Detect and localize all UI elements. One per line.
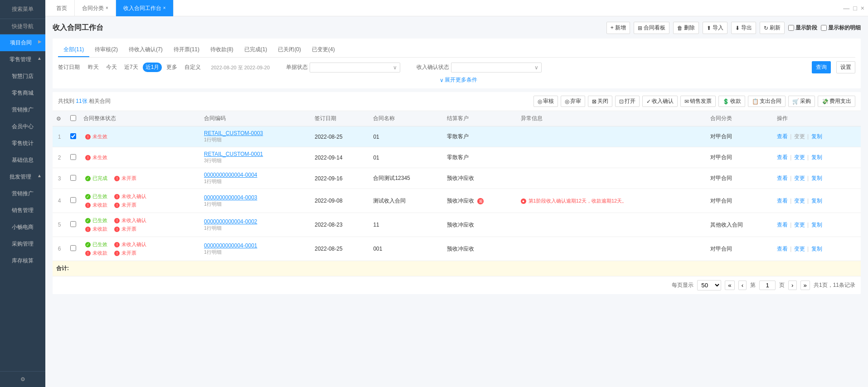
expense-out-button[interactable]: 💸 费用支出 bbox=[818, 96, 855, 107]
income-confirm-button[interactable]: ✓ 收入确认 bbox=[642, 96, 678, 107]
view-btn-4[interactable]: 查看 bbox=[777, 198, 788, 204]
status-tab-pending-review[interactable]: 待审核(2) bbox=[89, 43, 123, 57]
sidebar-item-basic-info[interactable]: 基础信息 bbox=[0, 152, 45, 169]
sidebar-item-retail-mgmt[interactable]: 零售管理 ▲ bbox=[0, 51, 45, 68]
sidebar-item-marketing1[interactable]: 营销推广 bbox=[0, 102, 45, 118]
change-btn-3[interactable]: 变更 bbox=[794, 175, 805, 181]
new-button[interactable]: + 新增 bbox=[606, 22, 630, 34]
tab-income-contract-close[interactable]: × bbox=[163, 0, 166, 16]
status-tab-pending-invoice[interactable]: 待开票(11) bbox=[168, 43, 205, 57]
expense-contract-button[interactable]: 📋 支出合同 bbox=[748, 96, 786, 107]
row-checkbox-6[interactable] bbox=[66, 237, 80, 261]
code-link-5[interactable]: 0000000000004-0002 bbox=[204, 218, 257, 225]
export-button[interactable]: ⬇ 导出 bbox=[731, 22, 756, 34]
copy-btn-1[interactable]: 复制 bbox=[811, 133, 822, 140]
tab-contract-category[interactable]: 合同分类 × bbox=[75, 0, 116, 16]
status-tab-all[interactable]: 全部(11) bbox=[58, 43, 89, 57]
row-checkbox-1[interactable] bbox=[66, 126, 80, 147]
code-link-2[interactable]: RETAIL_CUSTOM-0001 bbox=[204, 151, 263, 157]
open-contract-button[interactable]: ⊡ 打开 bbox=[615, 96, 640, 107]
select-all-checkbox[interactable] bbox=[70, 115, 76, 121]
change-btn-2[interactable]: 变更 bbox=[794, 154, 805, 160]
window-close-icon[interactable]: × bbox=[861, 5, 864, 12]
copy-btn-4[interactable]: 复制 bbox=[811, 198, 822, 204]
change-btn-6[interactable]: 变更 bbox=[794, 246, 805, 252]
row-checkbox-4[interactable] bbox=[66, 189, 80, 213]
code-link-1[interactable]: RETAIL_CUSTOM-0003 bbox=[204, 130, 263, 136]
status-tab-completed[interactable]: 已完成(1) bbox=[239, 43, 273, 57]
copy-btn-3[interactable]: 复制 bbox=[811, 175, 822, 181]
view-btn-1[interactable]: 查看 bbox=[777, 133, 788, 140]
contract-board-button[interactable]: ⊞ 合同看板 bbox=[634, 22, 669, 34]
show-detail-checkbox-label[interactable]: 显示标的明细 bbox=[821, 24, 861, 32]
code-link-4[interactable]: 0000000000004-0003 bbox=[204, 194, 257, 201]
sidebar-item-marketing2[interactable]: 营销推广 bbox=[0, 185, 45, 202]
sidebar-item-wholesale-mgmt[interactable]: 批发管理 ▲ bbox=[0, 169, 45, 185]
show-stage-checkbox[interactable] bbox=[788, 25, 794, 31]
change-btn-5[interactable]: 变更 bbox=[794, 222, 805, 228]
tab-income-contract[interactable]: 收入合同工作台 × bbox=[116, 0, 174, 16]
abandon-review-button[interactable]: ◎ 弃审 bbox=[561, 96, 585, 107]
sidebar-search[interactable]: 搜索菜单 bbox=[0, 0, 45, 19]
code-link-6[interactable]: 0000000000004-0001 bbox=[204, 242, 257, 249]
date-shortcut-custom[interactable]: 自定义 bbox=[182, 63, 204, 72]
maximize-icon[interactable]: □ bbox=[853, 5, 857, 12]
status-tab-pending-receipt[interactable]: 待收款(8) bbox=[205, 43, 239, 57]
first-page-btn[interactable]: « bbox=[725, 281, 734, 290]
delete-button[interactable]: 🗑 删除 bbox=[673, 22, 699, 34]
doc-status-select[interactable]: ∨ bbox=[310, 63, 400, 73]
show-stage-checkbox-label[interactable]: 显示阶段 bbox=[788, 24, 817, 32]
copy-btn-5[interactable]: 复制 bbox=[811, 222, 822, 228]
sales-invoice-button[interactable]: ✉ 销售发票 bbox=[680, 96, 716, 107]
view-btn-6[interactable]: 查看 bbox=[777, 246, 788, 252]
confirm-status-select[interactable]: ∨ bbox=[451, 63, 542, 73]
tab-home[interactable]: 首页 bbox=[49, 0, 75, 16]
review-button[interactable]: ◎ 审核 bbox=[533, 96, 558, 107]
purchase-button[interactable]: 🛒 采购 bbox=[788, 96, 815, 107]
current-page-input[interactable] bbox=[759, 281, 776, 290]
date-shortcut-today[interactable]: 今天 bbox=[103, 63, 120, 72]
sidebar-item-smart-store[interactable]: 智慧门店 bbox=[0, 68, 45, 85]
receipt-button[interactable]: 💲 收款 bbox=[718, 96, 745, 107]
date-shortcut-yesterday[interactable]: 昨天 bbox=[85, 63, 102, 72]
show-detail-checkbox[interactable] bbox=[821, 25, 827, 31]
page-size-select[interactable]: 50 100 200 bbox=[697, 280, 721, 290]
row-checkbox-3[interactable] bbox=[66, 168, 80, 189]
change-btn-4[interactable]: 变更 bbox=[794, 198, 805, 204]
view-btn-2[interactable]: 查看 bbox=[777, 154, 788, 160]
sidebar-item-inventory[interactable]: 库存核算 bbox=[0, 252, 45, 269]
sidebar-item-retail-stats[interactable]: 零售统计 bbox=[0, 135, 45, 152]
query-button[interactable]: 查询 bbox=[812, 61, 831, 73]
date-shortcut-more[interactable]: 更多 bbox=[164, 63, 180, 72]
next-page-btn[interactable]: › bbox=[788, 281, 796, 290]
sidebar-item-sales-mgmt[interactable]: 销售管理 bbox=[0, 202, 45, 219]
view-btn-5[interactable]: 查看 bbox=[777, 222, 788, 228]
settings-button[interactable]: 设置 bbox=[836, 61, 855, 73]
sidebar-item-purchase-mgmt[interactable]: 采购管理 bbox=[0, 236, 45, 252]
last-page-btn[interactable]: » bbox=[800, 281, 810, 290]
sidebar-item-member-center[interactable]: 会员中心 bbox=[0, 118, 45, 135]
status-tab-changed[interactable]: 已变更(4) bbox=[306, 43, 340, 57]
date-shortcut-7days[interactable]: 近7天 bbox=[121, 63, 141, 72]
change-btn-1[interactable]: 变更 bbox=[794, 133, 805, 140]
row-checkbox-2[interactable] bbox=[66, 147, 80, 168]
sidebar-item-retail-mall[interactable]: 零售商城 bbox=[0, 85, 45, 102]
date-shortcut-1month[interactable]: 近1月 bbox=[143, 63, 162, 72]
status-tab-closed[interactable]: 已关闭(0) bbox=[272, 43, 306, 57]
code-link-3[interactable]: 0000000000004-0004 bbox=[204, 172, 257, 178]
view-btn-3[interactable]: 查看 bbox=[777, 175, 788, 181]
sidebar-item-project-contract[interactable]: 项目合同 ▶ bbox=[0, 34, 45, 51]
copy-btn-6[interactable]: 复制 bbox=[811, 246, 822, 252]
refresh-button[interactable]: ↻ 刷新 bbox=[760, 22, 785, 34]
copy-btn-2[interactable]: 复制 bbox=[811, 154, 822, 160]
sidebar-item-ecommerce[interactable]: 小畅电商 bbox=[0, 219, 45, 236]
prev-page-btn[interactable]: ‹ bbox=[738, 281, 747, 290]
sidebar-settings[interactable]: ⚙ bbox=[0, 371, 45, 387]
tab-contract-category-close[interactable]: × bbox=[106, 0, 108, 16]
close-contract-button[interactable]: ⊠ 关闭 bbox=[588, 96, 612, 107]
status-tab-pending-confirm[interactable]: 待收入确认(7) bbox=[123, 43, 168, 57]
minimize-icon[interactable]: — bbox=[843, 5, 849, 12]
import-button[interactable]: ⬆ 导入 bbox=[703, 22, 727, 34]
sidebar-quicknav[interactable]: 快捷导航 bbox=[0, 19, 45, 34]
expand-more-btn[interactable]: ∨ 展开更多条件 bbox=[440, 76, 477, 84]
